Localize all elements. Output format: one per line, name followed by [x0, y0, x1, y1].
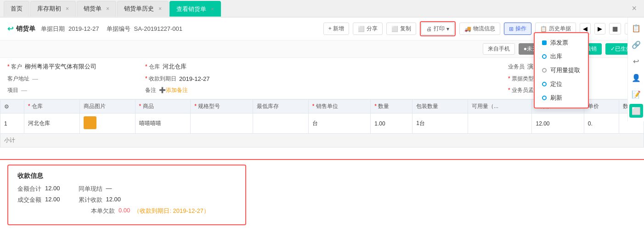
address-field: 客户地址 —: [7, 75, 136, 83]
project-field: 项目 —: [7, 86, 136, 94]
col-pack-qty: 包装数量: [412, 100, 468, 114]
customer-field: 客户 柳州粤港平安气体有限公司: [7, 63, 136, 71]
row-spec: [191, 114, 253, 134]
amount-total-value: 12.00: [45, 185, 60, 193]
note-field: 备注 ➕添加备注: [145, 86, 274, 94]
col-sales-unit: 销售单位: [308, 100, 371, 114]
subtotal-row: 小计: [0, 134, 644, 148]
staff2-label: 业务员孟: [508, 86, 534, 94]
add-note-button[interactable]: ➕添加备注: [159, 86, 188, 94]
col-quantity: 数量: [371, 100, 412, 114]
tab-view-sales-close[interactable]: ×: [211, 6, 214, 12]
col-gear[interactable]: ⚙: [0, 100, 24, 114]
transaction-label: 成交金额: [17, 196, 41, 204]
operations-icon: ⊞: [509, 26, 514, 32]
payment-info: 收款信息 金额合计 12.00 同单现结 — 成交金额 12.00: [7, 165, 246, 225]
tab-sales-order-close[interactable]: ×: [106, 6, 109, 12]
locate-icon: [542, 82, 547, 86]
due-value: 0.00: [119, 207, 130, 215]
row-product-name: 嘻嘻嘻嘻: [135, 114, 191, 134]
tab-sales-history-close[interactable]: ×: [158, 6, 162, 12]
row-sales-unit: 台: [308, 114, 371, 134]
tab-home[interactable]: 首页: [4, 1, 29, 17]
operations-button[interactable]: ⊞ 操作: [504, 23, 531, 35]
tab-sales-order[interactable]: 销货单 ×: [77, 1, 116, 17]
available-qty-label: 可用量提取: [550, 66, 580, 74]
col-available: 可用量（...: [468, 100, 532, 114]
doc-type-label: 销货单: [16, 25, 35, 33]
add-invoice-icon: [542, 40, 547, 45]
ticket-type-label: 票据类型: [508, 75, 534, 83]
sidebar-icon-2[interactable]: 🔗: [629, 38, 643, 51]
print-icon: 🖨: [426, 26, 432, 32]
customer-label: 客户: [7, 63, 22, 71]
sidebar-icon-6[interactable]: ⬜: [629, 104, 643, 118]
payment-row-1: 金额合计 12.00 同单现结 —: [17, 185, 236, 193]
outbound-icon: [542, 54, 547, 59]
doc-actions: + 新增 ⬜ 分享 ⬜ 复制 🖨 打印 ▾ 🚚: [323, 21, 637, 36]
copy-button[interactable]: ⬜ 复制: [386, 23, 416, 35]
sidebar-icon-1[interactable]: 📋: [629, 21, 643, 35]
col-product: 商品: [135, 100, 191, 114]
right-sidebar: 📋 🔗 ↩ 👤 📝 ⬜: [627, 17, 644, 121]
dropdown-outbound[interactable]: 出库: [535, 50, 588, 63]
project-label: 项目: [7, 86, 18, 94]
transaction-field: 成交金额 12.00: [17, 196, 60, 204]
available-qty-icon: [542, 68, 547, 73]
doc-number-label: 单据编号 SA-20191227-001: [107, 25, 183, 33]
due-label: 本单欠款: [91, 207, 115, 215]
due-date-text: （收款到期日: 2019-12-27）: [134, 207, 209, 215]
add-invoice-label: 添发票: [550, 39, 568, 47]
row-seq: 1: [0, 114, 24, 134]
payment-row-3: 本单欠款 0.00 （收款到期日: 2019-12-27）: [17, 207, 236, 215]
next-button[interactable]: ▶: [594, 23, 605, 34]
note-label: 备注: [145, 86, 156, 94]
settings-icon: ⚙: [4, 103, 9, 110]
doc-meta: 单据日期 2019-12-27 单据编号 SA-20191227-001: [41, 25, 182, 33]
col-product-img: 商品图片: [79, 100, 135, 114]
tab-view-sales[interactable]: 查看销货单 ×: [169, 1, 221, 17]
tab-bar: 首页 库存期初 × 销货单 × 销货单历史 × 查看销货单 × ×: [0, 0, 644, 17]
same-order-label: 同单现结: [79, 185, 102, 193]
tab-inventory-init-close[interactable]: ×: [66, 6, 69, 12]
row-product-img: [79, 114, 135, 134]
tab-sales-order-label: 销货单: [84, 5, 102, 13]
logistics-button[interactable]: 🚚 物流信息: [459, 23, 500, 35]
payment-row-2: 成交金额 12.00 累计收款 12.00: [17, 196, 236, 204]
sidebar-icon-4[interactable]: 👤: [629, 71, 643, 85]
tab-inventory-init-label: 库存期初: [37, 5, 61, 13]
col-unit-price: 单价: [584, 100, 619, 114]
print-button[interactable]: 🖨 打印 ▾: [421, 23, 454, 35]
customer-value: 柳州粤港平安气体有限公司: [25, 63, 96, 71]
col-spec: 规格型号: [191, 100, 253, 114]
print-highlight-box: 🖨 打印 ▾: [420, 21, 456, 36]
new-button[interactable]: + 新增: [323, 23, 349, 35]
tab-view-sales-label: 查看销货单: [176, 5, 206, 13]
warehouse-label: 仓库: [145, 63, 160, 71]
row-warehouse: 河北仓库: [24, 114, 80, 134]
from-phone-button[interactable]: 来自手机: [483, 43, 515, 55]
warehouse-field: 仓库 河北仓库: [145, 63, 274, 71]
doc-date-label: 单据日期 2019-12-27: [41, 25, 99, 33]
dropdown-add-invoice[interactable]: 添发票: [535, 36, 588, 50]
grid-view-button[interactable]: ▦: [609, 23, 621, 34]
share-button[interactable]: ⬜ 分享: [353, 23, 383, 35]
sidebar-icon-3[interactable]: ↩: [629, 54, 643, 68]
sidebar-icon-5[interactable]: 📝: [629, 87, 643, 101]
dropdown-refresh[interactable]: 刷新: [535, 91, 588, 105]
row-pack-qty: 1台: [412, 114, 468, 134]
window-close-button[interactable]: ×: [628, 4, 640, 13]
cumulative-value: 12.00: [106, 196, 121, 204]
tab-sales-history[interactable]: 销货单历史 ×: [117, 1, 169, 17]
warehouse-value: 河北仓库: [163, 63, 186, 71]
share-icon: ⬜: [358, 26, 365, 32]
dropdown-available-qty[interactable]: 可用量提取: [535, 63, 588, 77]
dropdown-locate[interactable]: 定位: [535, 77, 588, 91]
sales-order-icon: ↩: [7, 24, 13, 33]
print-dropdown-arrow: ▾: [446, 26, 449, 32]
row-quantity: 1.00: [371, 114, 412, 134]
col-min-stock: 最低库存: [253, 100, 308, 114]
col-warehouse: 仓库: [24, 100, 80, 114]
locate-label: 定位: [550, 80, 562, 88]
tab-inventory-init[interactable]: 库存期初 ×: [30, 1, 76, 17]
